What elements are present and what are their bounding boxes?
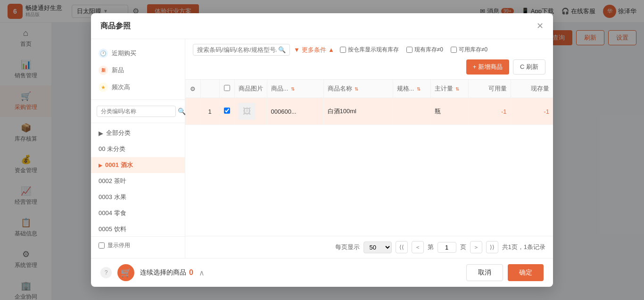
modal-overlay: 商品参照 ✕ 🕐 近期购买 新 新品 ★ 频次高 [0, 0, 644, 300]
checkbox-available-ne0[interactable] [451, 47, 457, 53]
checkbox-available-ne0-text: 可用库存≠0 [459, 46, 487, 54]
th-code[interactable]: 商品... ⇅ [267, 80, 323, 98]
confirm-button[interactable]: 确定 [508, 264, 544, 281]
modal-title: 商品参照 [100, 21, 131, 31]
modal-header: 商品参照 ✕ [91, 13, 553, 39]
cat-label-all: 全部分类 [106, 129, 131, 137]
category-search-input[interactable] [97, 106, 176, 117]
th-check [219, 80, 234, 98]
collapse-footer-icon[interactable]: ∧ [199, 268, 205, 277]
row-check[interactable] [219, 98, 234, 125]
cat-item-0003[interactable]: 0003 水果 [91, 189, 185, 205]
modal-close-button[interactable]: ✕ [537, 21, 544, 31]
cancel-button[interactable]: 取消 [466, 264, 503, 281]
quick-item-frequent[interactable]: ★ 频次高 [91, 79, 185, 96]
available-value: -1 [501, 108, 507, 115]
th-stock: 现存量 [511, 80, 553, 98]
checkbox-available-ne0-label[interactable]: 可用库存≠0 [451, 46, 487, 54]
cat-item-0004[interactable]: 0004 零食 [91, 205, 185, 221]
selected-label: 连续选择的商品 [140, 268, 186, 277]
page-size-select[interactable]: 50 20 100 [363, 242, 392, 253]
cat-label-0005: 0005 饮料 [99, 225, 126, 233]
selected-count-display: 连续选择的商品 0 [140, 268, 193, 277]
product-search-input[interactable] [197, 46, 276, 53]
total-records-label: 共1页，1条记录 [502, 243, 545, 251]
cat-item-0005[interactable]: 0005 饮料 [91, 221, 185, 236]
last-page-button[interactable]: ⟩⟩ [486, 241, 498, 253]
sort-code-icon: ⇅ [291, 86, 295, 92]
help-icon[interactable]: ? [100, 267, 112, 278]
page-size-label: 每页显示 [335, 243, 360, 251]
row-checkbox[interactable] [224, 108, 230, 114]
row-unit: 瓶 [430, 98, 468, 125]
cat-item-0002[interactable]: 0002 茶叶 [91, 173, 185, 189]
cart-button[interactable]: 🛒 [117, 264, 134, 281]
th-unit[interactable]: 主计量 ⇅ [430, 80, 468, 98]
checkbox-warehouse[interactable] [340, 47, 346, 53]
select-all-checkbox[interactable] [224, 85, 230, 91]
th-available: 可用量 [468, 80, 511, 98]
checkbox-stock-ne0[interactable] [406, 47, 413, 53]
cat-label-0001: 0001 酒水 [105, 161, 133, 169]
freq-icon: ★ [99, 83, 108, 92]
add-product-button[interactable]: + 新增商品 [466, 59, 509, 75]
th-name[interactable]: 商品名称 ⇅ [323, 80, 393, 98]
th-spec[interactable]: 规格... ⇅ [393, 80, 430, 98]
row-num: 1 [200, 98, 219, 125]
checkbox-stock-ne0-label[interactable]: 现有库存≠0 [406, 46, 443, 54]
row-stock: -1 [511, 98, 553, 125]
pagination-bar: 每页显示 50 20 100 ⟨⟨ ＜ 第 页 ＞ ⟩⟩ 共1页，1条记录 [185, 236, 553, 258]
category-search-icon[interactable]: 🔍 [178, 108, 186, 115]
refresh-product-button[interactable]: C 刷新 [513, 59, 545, 75]
show-disabled-checkbox[interactable] [99, 242, 105, 249]
category-list: ▶ 全部分类 00 未分类 ▶ 0001 酒水 0002 茶叶 0003 水果 [91, 125, 185, 236]
page-number-input[interactable] [438, 242, 456, 253]
filter-checkboxes: 按仓库显示现有库存 现有库存≠0 可用库存≠0 [340, 46, 488, 54]
checkbox-stock-ne0-text: 现有库存≠0 [414, 46, 443, 54]
sort-name-icon: ⇅ [355, 86, 358, 92]
new-icon: 新 [99, 66, 108, 75]
product-reference-modal: 商品参照 ✕ 🕐 近期购买 新 新品 ★ 频次高 [91, 13, 553, 287]
product-table: ⚙ 商品图片 商品... ⇅ [185, 80, 553, 125]
page-label-pre: 第 [428, 243, 434, 251]
cat-item-all[interactable]: ▶ 全部分类 [91, 125, 185, 141]
left-panel: 🕐 近期购买 新 新品 ★ 频次高 🔍 [91, 39, 185, 258]
th-settings[interactable]: ⚙ [185, 80, 200, 98]
sort-spec-icon: ⇅ [417, 86, 421, 92]
th-img: 商品图片 [234, 80, 267, 98]
quick-item-recent[interactable]: 🕐 近期购买 [91, 45, 185, 62]
stock-value: -1 [544, 108, 549, 115]
checkbox-warehouse-label[interactable]: 按仓库显示现有库存 [340, 46, 399, 54]
row-spec [393, 98, 430, 125]
table-row[interactable]: 1 🖼 000600... 白酒100ml 瓶 [185, 98, 553, 125]
next-page-button[interactable]: ＞ [470, 241, 482, 253]
cat-label-00: 00 未分类 [99, 145, 125, 153]
filter-arrow-icon: ▲ [328, 46, 334, 53]
cat-item-0001[interactable]: ▶ 0001 酒水 [91, 157, 185, 173]
page-label-post: 页 [460, 243, 466, 251]
cat-item-00[interactable]: 00 未分类 [91, 141, 185, 157]
row-settings [185, 98, 200, 125]
th-code-label: 商品... [271, 85, 289, 92]
modal-body: 🕐 近期购买 新 新品 ★ 频次高 🔍 [91, 39, 553, 258]
th-name-label: 商品名称 [328, 85, 352, 92]
cat-arrow-0001: ▶ [99, 163, 102, 168]
quick-item-new[interactable]: 新 新品 [91, 62, 185, 79]
th-spec-label: 规格... [397, 85, 414, 92]
divider-2 [91, 123, 185, 123]
row-name: 白酒100ml [323, 98, 393, 125]
toolbar: 🔍 ▼ 更多条件 ▲ 按仓库显示现有库存 现 [185, 39, 553, 80]
more-filter-button[interactable]: ▼ 更多条件 ▲ [294, 46, 334, 54]
show-disabled-label: 显示停用 [107, 242, 130, 250]
row-img: 🖼 [234, 98, 267, 125]
first-page-button[interactable]: ⟨⟨ [396, 241, 408, 253]
filter-label: 更多条件 [302, 46, 326, 54]
row-code: 000600... [267, 98, 323, 125]
product-search-icon[interactable]: 🔍 [278, 46, 286, 53]
footer-actions: 取消 确定 [466, 264, 544, 281]
product-thumbnail: 🖼 [239, 103, 256, 120]
prev-page-button[interactable]: ＜ [412, 241, 424, 253]
right-panel: 🔍 ▼ 更多条件 ▲ 按仓库显示现有库存 现 [185, 39, 553, 258]
table-body: 1 🖼 000600... 白酒100ml 瓶 [185, 98, 553, 125]
cat-search-row: 🔍 [91, 102, 185, 121]
